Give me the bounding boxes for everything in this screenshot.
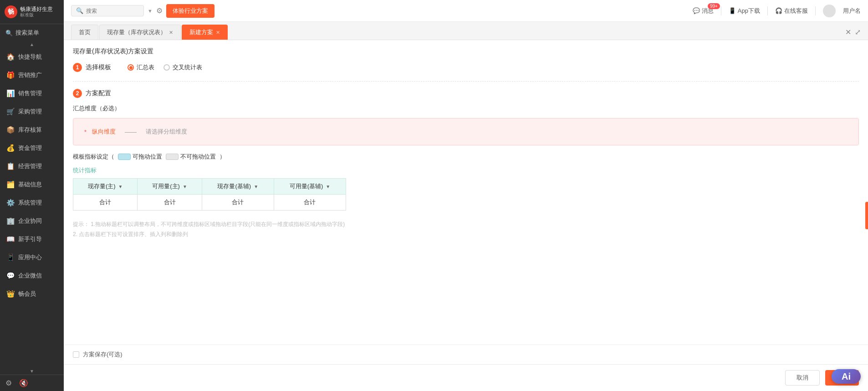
sidebar-nav: 🏠 快捷导航 🎁 营销推广 📊 销售管理 🛒 采购管理 📦 库存核算 💰 资金管… [0, 48, 64, 368]
tabbar: 首页 现存量（库存状况表） ✕ 新建方案 ✕ ✕ ⤢ [64, 22, 868, 40]
tab-new-plan-label: 新建方案 [189, 28, 213, 36]
col-available-aux[interactable]: 可用量(基辅) ▼ [274, 179, 346, 195]
col-stock-aux[interactable]: 现存量(基辅) ▼ [202, 179, 274, 195]
sidebar-item-marketing-label: 营销推广 [18, 71, 42, 79]
sidebar-item-guide-label: 新手引导 [18, 235, 42, 243]
sidebar-item-purchase[interactable]: 🛒 采购管理 [0, 103, 64, 121]
tab-home[interactable]: 首页 [71, 25, 98, 40]
toggle-non-draggable: 不可拖动位置 [166, 153, 216, 161]
tab-new-plan-close[interactable]: ✕ [216, 30, 220, 36]
sidebar-item-inventory-label: 库存核算 [18, 126, 42, 134]
service-icon: 🎧 [775, 7, 782, 14]
col-available-main-chevron[interactable]: ▼ [183, 184, 187, 189]
right-panel-indicator[interactable] [865, 202, 868, 229]
dimension-area[interactable]: * 纵向维度 —— 请选择分组维度 [73, 118, 859, 145]
sidebar-item-finance[interactable]: 💰 资金管理 [0, 139, 64, 157]
tip-2: 2. 点击标题栏下拉可设置排序、插入列和删除列 [73, 230, 859, 240]
online-service-button[interactable]: 🎧 在线客服 [775, 7, 808, 15]
radio-summary[interactable]: 汇总表 [128, 63, 154, 72]
messages-button[interactable]: 💬 消息 99+ [693, 7, 714, 15]
sound-icon[interactable]: 🔇 [19, 379, 28, 387]
app-download-label: App下载 [738, 7, 760, 15]
sidebar-bottom: ⚙ 🔇 [0, 375, 64, 391]
divider-3 [815, 6, 816, 15]
sidebar-item-enterprise[interactable]: 🏢 企业协同 [0, 212, 64, 230]
sidebar-item-operation-label: 经营管理 [18, 162, 42, 170]
indicators-setting: 模板指标设定（ 可拖动位置 不可拖动位置 ） [73, 153, 859, 161]
step2-section: 2 方案配置 汇总维度（必选） * 纵向维度 —— 请选择分组维度 模板指标设定… [73, 89, 859, 239]
tab-inventory-status[interactable]: 现存量（库存状况表） ✕ [99, 25, 181, 40]
sidebar: 畅 畅康通好生意 标准版 🔍 搜索菜单 ▲ 🏠 快捷导航 🎁 营销推广 📊 销售… [0, 0, 64, 391]
dimension-placeholder: 请选择分组维度 [146, 128, 187, 136]
cancel-button[interactable]: 取消 [785, 370, 820, 386]
sidebar-scroll-up[interactable]: ▲ [0, 41, 64, 48]
page-title: 现存量(库存状况表)方案设置 [73, 47, 859, 56]
topbar-gear-icon[interactable]: ⚙ [156, 6, 163, 15]
sidebar-item-quicknav[interactable]: 🏠 快捷导航 [0, 48, 64, 66]
col-stock-aux-label: 现存量(基辅) [217, 182, 251, 190]
expand-window-icon[interactable]: ⤢ [855, 28, 861, 36]
footer-actions: 取消 查询 [64, 364, 868, 391]
col-stock-aux-chevron[interactable]: ▼ [254, 184, 258, 189]
cell-stock-aux-sub: 合计 [202, 195, 274, 211]
save-checkbox-row: 方案保存(可选) [64, 345, 868, 364]
ai-badge[interactable]: Ai [832, 369, 861, 384]
non-draggable-label: 不可拖动位置 [180, 153, 216, 161]
trial-button[interactable]: 体验行业方案 [166, 4, 214, 18]
membership-icon: 👑 [6, 290, 15, 298]
scroll-up-icon[interactable]: ▲ [30, 41, 34, 48]
sidebar-item-operation[interactable]: 📋 经营管理 [0, 157, 64, 175]
tab-inventory-status-close[interactable]: ✕ [169, 30, 173, 36]
non-draggable-swatch [166, 154, 179, 160]
tips-section: 提示： 1.拖动标题栏可以调整布局，不可跨维度或指标区域拖动栏目字段(只能在同一… [73, 220, 859, 239]
purchase-icon: 🛒 [6, 108, 15, 116]
col-available-main[interactable]: 可用量(主) ▼ [138, 179, 202, 195]
sidebar-item-sales[interactable]: 📊 销售管理 [0, 84, 64, 103]
scroll-down-icon[interactable]: ▼ [30, 368, 34, 375]
user-name-label[interactable]: 用户名 [843, 7, 861, 15]
sidebar-item-basic[interactable]: 🗂️ 基础信息 [0, 175, 64, 194]
sidebar-search[interactable]: 🔍 搜索菜单 [0, 24, 64, 41]
divider-2 [767, 6, 768, 15]
step2-header: 2 方案配置 [73, 89, 859, 98]
step2-title: 方案配置 [86, 89, 111, 98]
sidebar-item-appstore-label: 应用中心 [18, 253, 42, 262]
divider-1 [721, 6, 721, 15]
search-input[interactable] [86, 8, 132, 14]
radio-summary-label: 汇总表 [137, 63, 154, 72]
topbar-search-box[interactable]: 🔍 [71, 5, 144, 16]
col-stock-main[interactable]: 现存量(主) ▼ [73, 179, 138, 195]
sidebar-item-wechat[interactable]: 💬 企业微信 [0, 267, 64, 285]
topbar-chevron-icon[interactable]: ▼ [148, 8, 153, 14]
search-icon: 🔍 [5, 30, 13, 36]
stats-table-header-row: 现存量(主) ▼ 可用量(主) ▼ [73, 179, 346, 195]
template-options: 汇总表 交叉统计表 [128, 63, 202, 72]
sidebar-item-guide[interactable]: 📖 新手引导 [0, 230, 64, 248]
sidebar-item-system[interactable]: ⚙️ 系统管理 [0, 194, 64, 212]
indicators-close: ） [220, 153, 225, 161]
sidebar-scroll-down[interactable]: ▼ [0, 368, 64, 375]
system-icon: ⚙️ [6, 199, 15, 207]
stats-table-body-row: 合计 合计 合计 合计 [73, 195, 346, 211]
sidebar-item-membership[interactable]: 👑 畅会员 [0, 285, 64, 303]
save-checkbox[interactable] [73, 351, 79, 358]
radio-cross[interactable]: 交叉统计表 [163, 63, 202, 72]
save-label: 方案保存(可选) [83, 350, 123, 359]
close-window-icon[interactable]: ✕ [845, 28, 851, 36]
window-controls: ✕ ⤢ [845, 28, 861, 36]
user-avatar[interactable] [823, 5, 836, 17]
tab-new-plan[interactable]: 新建方案 ✕ [182, 25, 228, 40]
sidebar-item-sales-label: 销售管理 [18, 89, 42, 98]
sidebar-item-appstore[interactable]: 📱 应用中心 [0, 248, 64, 267]
dimension-label: 纵向维度 [92, 128, 116, 136]
sales-icon: 📊 [6, 89, 15, 98]
app-download-button[interactable]: 📱 App下载 [729, 7, 760, 15]
radio-cross-circle [163, 64, 170, 71]
col-available-aux-label: 可用量(基辅) [290, 182, 323, 190]
sidebar-item-marketing[interactable]: 🎁 营销推广 [0, 66, 64, 84]
settings-icon[interactable]: ⚙ [5, 379, 12, 387]
sidebar-item-quicknav-label: 快捷导航 [18, 53, 42, 61]
col-stock-main-chevron[interactable]: ▼ [118, 184, 123, 189]
col-available-aux-chevron[interactable]: ▼ [326, 184, 330, 189]
sidebar-item-inventory[interactable]: 📦 库存核算 [0, 121, 64, 139]
